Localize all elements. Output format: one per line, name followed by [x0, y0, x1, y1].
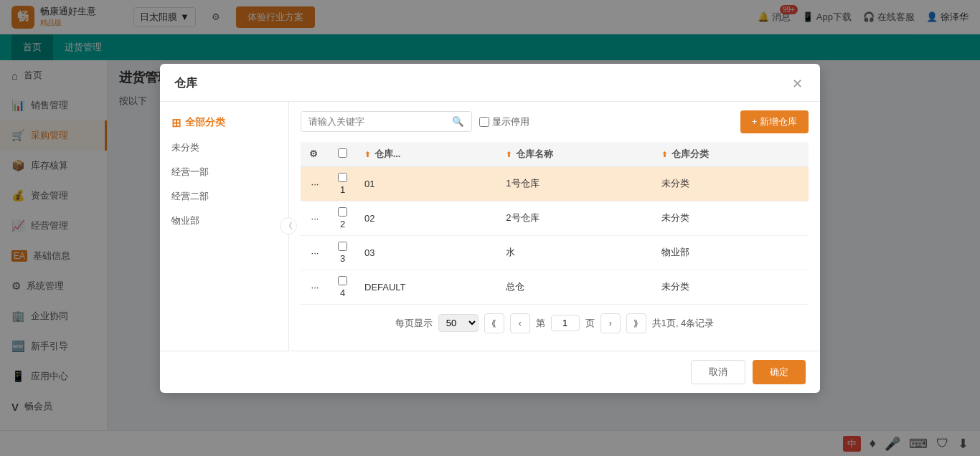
table-header-row: ⚙ ⬆ 仓库... ⬆ 仓库名称	[301, 142, 809, 167]
next-page-button[interactable]: ›	[600, 313, 621, 333]
sort-icon-category: ⬆	[661, 151, 667, 158]
sort-icon-code: ⬆	[364, 151, 370, 158]
select-all-checkbox[interactable]	[338, 148, 347, 158]
page-number-input[interactable]	[551, 315, 580, 331]
dialog-close-button[interactable]: ✕	[788, 75, 806, 92]
category-item-ops1[interactable]: 经营一部	[160, 160, 288, 184]
cancel-button[interactable]: 取消	[691, 360, 745, 384]
row-code-1: 02	[356, 201, 497, 235]
grid-icon: ⊞	[171, 116, 181, 130]
dialog-body: ⊞ 全部分类 未分类 经营一部 经营二部 物业部 《 🔍	[160, 102, 820, 351]
row-name-0: 1号仓库	[497, 166, 653, 201]
col-code-label: 仓库...	[374, 148, 401, 159]
category-all-label: 全部分类	[185, 116, 225, 129]
col-checkbox	[329, 142, 356, 167]
show-disabled-text: 显示停用	[492, 115, 529, 128]
row-name-1: 2号仓库	[497, 201, 653, 235]
row-checkbox-2[interactable]	[338, 242, 347, 251]
row-num-3: 4	[329, 270, 356, 304]
col-settings: ⚙	[301, 142, 329, 167]
category-panel: ⊞ 全部分类 未分类 经营一部 经营二部 物业部 《	[160, 102, 289, 351]
category-item-property[interactable]: 物业部	[160, 209, 288, 233]
dialog-title: 仓库	[174, 76, 197, 91]
row-checkbox-3[interactable]	[338, 276, 347, 285]
row-category-0: 未分类	[653, 166, 809, 201]
dialog-footer: 取消 确定	[160, 351, 820, 393]
col-name-label: 仓库名称	[516, 148, 553, 159]
warehouse-table: ⚙ ⬆ 仓库... ⬆ 仓库名称	[301, 142, 809, 305]
col-name: ⬆ 仓库名称	[497, 142, 653, 167]
row-checkbox-1[interactable]	[338, 207, 347, 217]
row-category-3: 未分类	[653, 270, 809, 304]
table-panel: 🔍 显示停用 + 新增仓库 ⚙	[289, 102, 820, 351]
per-page-select[interactable]: 50 10 20 100	[438, 314, 479, 332]
last-page-button[interactable]: ⟫	[626, 313, 646, 333]
show-disabled-label[interactable]: 显示停用	[479, 115, 529, 128]
row-code-2: 03	[356, 235, 497, 270]
row-name-3: 总仓	[497, 270, 653, 304]
warehouse-dialog: 仓库 ✕ ⊞ 全部分类 未分类 经营一部 经营二部 物业部 《	[160, 64, 820, 393]
category-item-ops2[interactable]: 经营二部	[160, 184, 288, 209]
page-prefix-label: 第	[536, 317, 545, 330]
prev-page-button[interactable]: ‹	[510, 313, 530, 333]
confirm-button[interactable]: 确定	[753, 360, 806, 384]
total-info: 共1页, 4条记录	[652, 317, 715, 330]
search-box: 🔍	[301, 111, 472, 132]
table-row[interactable]: ··· 4 DEFAULT 总仓 未分类	[301, 270, 809, 304]
row-settings-0[interactable]: ···	[301, 166, 329, 201]
page-suffix-label: 页	[585, 317, 595, 330]
row-num-1: 2	[329, 201, 356, 235]
add-warehouse-button[interactable]: + 新增仓库	[740, 110, 809, 133]
row-code-3: DEFAULT	[356, 270, 497, 304]
sort-icon-name: ⬆	[506, 151, 512, 158]
row-category-2: 物业部	[653, 235, 809, 270]
table-body: ··· 1 01 1号仓库 未分类 ··· 2 02 2号仓库 未分类 ··· …	[301, 166, 809, 304]
row-settings-2[interactable]: ···	[301, 235, 329, 270]
table-container: ⚙ ⬆ 仓库... ⬆ 仓库名称	[301, 142, 809, 305]
table-row[interactable]: ··· 1 01 1号仓库 未分类	[301, 166, 809, 201]
category-all[interactable]: ⊞ 全部分类	[160, 110, 288, 136]
col-code: ⬆ 仓库...	[356, 142, 497, 167]
row-settings-3[interactable]: ···	[301, 270, 329, 304]
search-button[interactable]: 🔍	[445, 112, 471, 131]
row-checkbox-0[interactable]	[338, 173, 347, 182]
collapse-panel-button[interactable]: 《	[280, 217, 297, 234]
row-settings-1[interactable]: ···	[301, 201, 329, 235]
row-category-1: 未分类	[653, 201, 809, 235]
category-item-unclassified[interactable]: 未分类	[160, 136, 288, 160]
col-category-label: 仓库分类	[672, 148, 709, 159]
per-page-label: 每页显示	[395, 317, 433, 330]
row-code-0: 01	[356, 166, 497, 201]
table-row[interactable]: ··· 2 02 2号仓库 未分类	[301, 201, 809, 235]
pagination: 每页显示 50 10 20 100 ⟪ ‹ 第 页 › ⟫ 共1页, 4条记录	[301, 305, 809, 342]
dialog-header: 仓库 ✕	[160, 64, 820, 102]
first-page-button[interactable]: ⟪	[484, 313, 504, 333]
table-toolbar: 🔍 显示停用 + 新增仓库	[301, 110, 809, 133]
search-input[interactable]	[301, 112, 445, 131]
col-category: ⬆ 仓库分类	[653, 142, 809, 167]
row-name-2: 水	[497, 235, 653, 270]
table-row[interactable]: ··· 3 03 水 物业部	[301, 235, 809, 270]
row-num-0: 1	[329, 166, 356, 201]
row-num-2: 3	[329, 235, 356, 270]
dialog-overlay: 仓库 ✕ ⊞ 全部分类 未分类 经营一部 经营二部 物业部 《	[0, 0, 980, 456]
show-disabled-checkbox[interactable]	[479, 117, 489, 127]
